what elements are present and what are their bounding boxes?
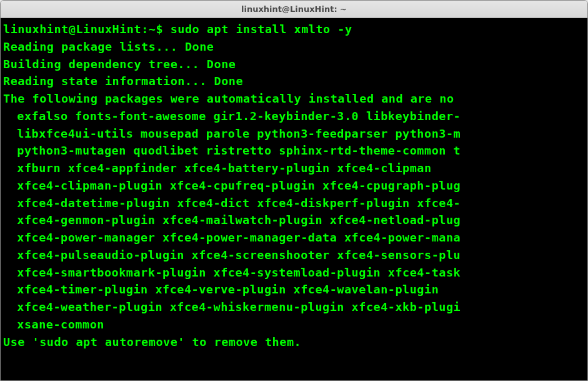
terminal-window: linuxhint@LinuxHint: ~ linuxhint@LinuxHi… [0,0,588,381]
package-line: exfalso fonts-font-awesome gir1.2-keybin… [3,108,585,125]
output-line: Reading package lists... Done [3,40,214,53]
terminal-content[interactable]: linuxhint@LinuxHint:~$ sudo apt install … [1,18,587,380]
package-line: python3-mutagen quodlibet ristretto sphi… [3,142,585,160]
package-line: xfce4-smartbookmark-plugin xfce4-systeml… [3,264,585,282]
command-text: sudo apt install xmlto -y [171,23,352,36]
package-line: xfce4-timer-plugin xfce4-verve-plugin xf… [3,281,585,298]
package-line: xfce4-pulseaudio-plugin xfce4-screenshoo… [3,246,585,264]
output-line: Reading state information... Done [3,74,243,88]
package-line: xfce4-clipman-plugin xfce4-cpufreq-plugi… [3,177,585,195]
package-line: xfce4-weather-plugin xfce4-whiskermenu-p… [3,298,585,316]
prompt-symbol: $ [156,23,163,36]
output-line: Building dependency tree... Done [3,58,236,71]
package-line: libxfce4ui-utils mousepad parole python3… [3,125,585,143]
output-line: The following packages were automaticall… [3,92,461,105]
package-line: xfce4-power-manager xfce4-power-manager-… [3,229,585,246]
package-line: xfburn xfce4-appfinder xfce4-battery-plu… [3,160,585,177]
prompt-separator: : [141,23,149,36]
package-line: xsane-common [3,316,585,333]
output-footer: Use 'sudo apt autoremove' to remove them… [3,335,301,348]
prompt-user-host: linuxhint@LinuxHint [3,23,141,36]
window-title-bar[interactable]: linuxhint@LinuxHint: ~ [1,1,587,18]
package-line: xfce4-datetime-plugin xfce4-dict xfce4-d… [3,195,585,212]
window-title: linuxhint@LinuxHint: ~ [241,4,347,14]
package-line: xfce4-genmon-plugin xfce4-mailwatch-plug… [3,211,585,229]
prompt-path: ~ [149,23,156,36]
